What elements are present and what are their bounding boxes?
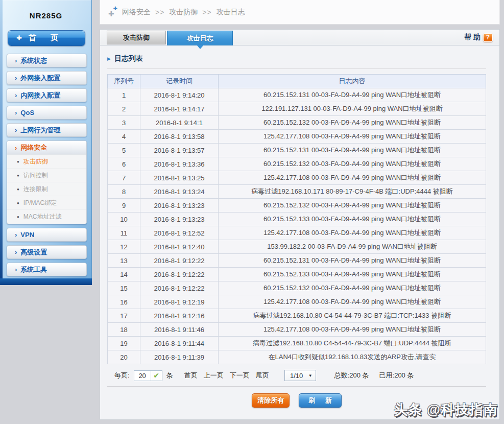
- log-table: 序列号记录时间日志内容 12016-8-1 9:14:2060.215.152.…: [107, 74, 486, 364]
- log-time: 2016-8-1 9:11:46: [140, 323, 219, 337]
- clear-all-button[interactable]: 清除所有: [252, 393, 290, 408]
- log-time: 2016-8-1 9:13:24: [140, 185, 219, 199]
- table-header-row: 序列号记录时间日志内容: [108, 75, 486, 88]
- sidebar-item-内网接入配置[interactable]: ›内网接入配置: [7, 88, 87, 102]
- total-count: 总数:200 条: [334, 371, 369, 380]
- log-content: 病毒过滤192.168.10.80 C4-54-44-79-3C-B7 端口:U…: [219, 337, 486, 350]
- table-row: 172016-8-1 9:12:16病毒过滤192.168.10.80 C4-5…: [108, 309, 486, 323]
- sidebar-item-label: 外网接入配置: [20, 74, 60, 83]
- chevron-right-icon: ›: [15, 127, 17, 133]
- log-time: 2016-8-1 9:11:39: [140, 350, 219, 364]
- bullet-icon: ●: [17, 215, 19, 219]
- refresh-button[interactable]: 刷 新: [299, 393, 342, 408]
- table-row: 152016-8-1 9:12:2260.215.152.132 00-03-F…: [108, 281, 486, 295]
- breadcrumb: ✚✚ 网络安全>>攻击防御>>攻击日志: [100, 0, 500, 25]
- sidebar-item-label: 系统工具: [20, 265, 47, 274]
- home-button-label: 首 页: [29, 33, 64, 43]
- sidebar-item-系统工具[interactable]: ›系统工具: [7, 263, 87, 276]
- sidebar-item-上网行为管理[interactable]: ›上网行为管理: [7, 123, 87, 137]
- log-time: 2016-8-1 9:12:22: [140, 254, 219, 268]
- table-row: 52016-8-1 9:13:5760.215.152.131 00-03-FA…: [108, 144, 486, 157]
- log-time: 2016-8-1 9:12:16: [140, 309, 219, 323]
- log-seq: 14: [108, 268, 140, 281]
- sidebar-item-高级设置[interactable]: ›高级设置: [7, 245, 87, 259]
- bullet-icon: ●: [17, 159, 19, 164]
- log-time: 2016-8-1 9:12:19: [140, 295, 219, 309]
- log-seq: 7: [108, 171, 140, 185]
- arrow-right-icon: ▶: [107, 56, 111, 61]
- log-time: 2016-8-1 9:14:20: [140, 88, 219, 102]
- home-button[interactable]: ✚ 首 页: [8, 30, 85, 46]
- sidebar-item-网络安全[interactable]: ›网络安全: [7, 141, 86, 155]
- sidebar-subitem-label: 访问控制: [23, 171, 48, 180]
- bullet-icon: ●: [17, 173, 19, 178]
- sidebar-item-QoS[interactable]: ›QoS: [7, 106, 87, 120]
- chevron-right-icon: ›: [15, 57, 17, 64]
- pagination-bar: 每页: ✔ 条 首页上一页下一页尾页 1/10 ▼ 总数:200 条 已用:20…: [107, 365, 486, 387]
- per-page-input[interactable]: [134, 371, 151, 381]
- help-label: 帮 助: [464, 33, 481, 42]
- log-time: 2016-8-1 9:11:44: [140, 337, 219, 350]
- log-content: 60.215.152.133 00-03-FA-D9-A4-99 ping WA…: [219, 213, 486, 226]
- sidebar-subitem-攻击防御[interactable]: ●攻击防御: [7, 155, 86, 169]
- log-content: 125.42.177.108 00-03-FA-D9-A4-99 ping WA…: [219, 171, 486, 185]
- log-content: 60.215.152.132 00-03-FA-D9-A4-99 ping WA…: [219, 157, 486, 171]
- log-content: 125.42.177.108 00-03-FA-D9-A4-99 ping WA…: [219, 226, 486, 240]
- sidebar-item-外网接入配置[interactable]: ›外网接入配置: [7, 71, 87, 85]
- table-row: 142016-8-1 9:12:2260.215.152.133 00-03-F…: [108, 268, 486, 281]
- table-row: 72016-8-1 9:13:25125.42.177.108 00-03-FA…: [108, 171, 486, 185]
- log-seq: 13: [108, 254, 140, 268]
- breadcrumb-icon: ✚✚: [108, 8, 117, 17]
- page-select[interactable]: 1/10 ▼: [284, 370, 316, 381]
- log-seq: 10: [108, 213, 140, 226]
- log-seq: 18: [108, 323, 140, 337]
- log-time: 2016-8-1 9:13:23: [140, 199, 219, 213]
- sidebar-subitem-MAC地址过滤[interactable]: ●MAC地址过滤: [7, 210, 86, 224]
- log-time: 2016-8-1 9:13:57: [140, 144, 219, 157]
- chevron-right-icon: ›: [15, 266, 17, 273]
- used-count: 已用:200 条: [379, 371, 414, 380]
- tab-攻击日志[interactable]: 攻击日志: [167, 31, 233, 45]
- pager-link-上一页[interactable]: 上一页: [204, 371, 224, 380]
- device-model: NR285G: [0, 0, 92, 20]
- confirm-check-icon[interactable]: ✔: [151, 371, 162, 381]
- tab-bar: 攻击防御攻击日志 帮 助 ?: [100, 30, 499, 45]
- log-time: 2016-8-1 9:14:17: [140, 102, 219, 116]
- sidebar-menu: ›系统状态›外网接入配置›内网接入配置›QoS›上网行为管理›网络安全●攻击防御…: [0, 54, 92, 276]
- sidebar-subitem-label: IP/MAC绑定: [23, 199, 57, 207]
- log-time: 2016-8-1 9:13:58: [140, 130, 219, 144]
- sidebar: NR285G ✚ 首 页 ›系统状态›外网接入配置›内网接入配置›QoS›上网行…: [0, 0, 92, 285]
- breadcrumb-item[interactable]: 网络安全: [122, 8, 151, 17]
- section-title-text: 日志列表: [114, 54, 143, 63]
- sidebar-subitem-IP/MAC绑定[interactable]: ●IP/MAC绑定: [7, 196, 86, 210]
- breadcrumb-item[interactable]: 攻击日志: [217, 8, 245, 17]
- column-header: 序列号: [108, 75, 140, 88]
- pager-link-尾页[interactable]: 尾页: [256, 371, 269, 380]
- pager-link-下一页[interactable]: 下一页: [230, 371, 250, 380]
- pager-link-首页[interactable]: 首页: [184, 371, 198, 380]
- log-time: 2016-8-1 9:12:40: [140, 240, 219, 254]
- log-time: 2016-8-1 9:13:25: [140, 171, 219, 185]
- log-time: 2016-8-1 9:13:36: [140, 157, 219, 171]
- tab-攻击防御[interactable]: 攻击防御: [107, 31, 166, 44]
- column-header: 日志内容: [219, 75, 486, 88]
- sidebar-item-label: VPN: [20, 231, 34, 239]
- sidebar-subitem-连接限制[interactable]: ●连接限制: [7, 182, 86, 196]
- content-panel: 攻击防御攻击日志 帮 助 ? ▶ 日志列表 序列号记录时间日志内容 12016-…: [100, 29, 500, 420]
- log-content: 125.42.177.108 00-03-FA-D9-A4-99 ping WA…: [219, 295, 486, 309]
- divider: [107, 68, 486, 69]
- table-row: 162016-8-1 9:12:19125.42.177.108 00-03-F…: [108, 295, 486, 309]
- breadcrumb-item[interactable]: 攻击防御: [169, 8, 198, 17]
- sidebar-subitem-访问控制[interactable]: ●访问控制: [7, 169, 86, 182]
- help-button[interactable]: 帮 助 ?: [464, 33, 493, 42]
- sidebar-item-VPN[interactable]: ›VPN: [7, 228, 87, 242]
- chevron-right-icon: ›: [15, 145, 17, 151]
- sidebar-item-系统状态[interactable]: ›系统状态: [7, 54, 87, 67]
- log-content: 60.215.152.132 00-03-FA-D9-A4-99 ping WA…: [219, 281, 486, 295]
- log-seq: 17: [108, 309, 140, 323]
- table-row: 192016-8-1 9:11:44病毒过滤192.168.10.80 C4-5…: [108, 337, 486, 350]
- table-row: 202016-8-1 9:11:39在LAN4口收到疑似192.168.10.8…: [108, 350, 486, 364]
- table-row: 32016-8-1 9:14:160.215.152.132 00-03-FA-…: [108, 116, 486, 130]
- log-seq: 12: [108, 240, 140, 254]
- log-seq: 11: [108, 226, 140, 240]
